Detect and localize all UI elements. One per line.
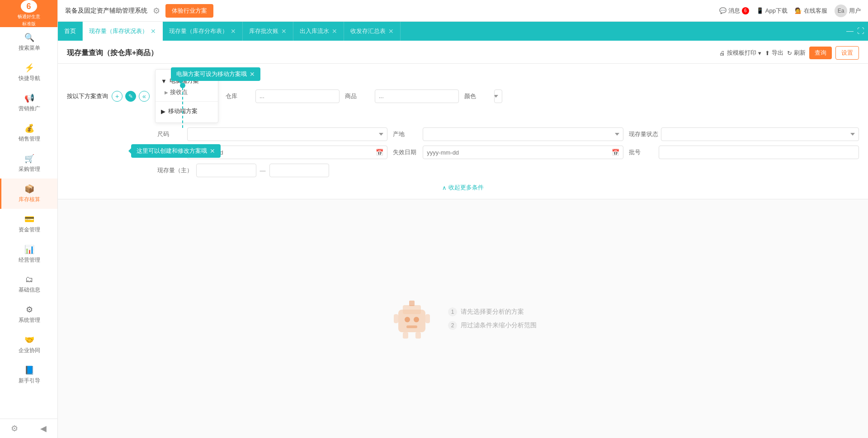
sidebar-item-finance[interactable]: 💳 资金管理 bbox=[0, 209, 57, 239]
page-title: 现存量查询（按仓库+商品） bbox=[67, 48, 158, 58]
support-btn[interactable]: 💁 在线客服 bbox=[795, 7, 827, 15]
sidebar-item-operation[interactable]: 📊 经营管理 bbox=[0, 239, 57, 269]
sidebar-collapse-btn[interactable]: ◀ bbox=[40, 424, 47, 433]
sidebar-item-inventory[interactable]: 📦 库存核算 bbox=[0, 179, 57, 209]
sidebar-item-newbie[interactable]: 📘 新手引导 bbox=[0, 360, 57, 390]
tooltip-edit-close-btn[interactable]: ✕ bbox=[210, 147, 215, 155]
tab-close-icon[interactable]: ✕ bbox=[332, 28, 337, 35]
back-scheme-btn[interactable]: « bbox=[139, 91, 150, 102]
expiry-date-wrapper: 📅 bbox=[423, 146, 623, 159]
tab-close-icon[interactable]: ✕ bbox=[231, 28, 236, 35]
size-select[interactable] bbox=[187, 127, 387, 141]
message-btn[interactable]: 💬 消息 6 bbox=[719, 7, 749, 15]
tip-num-1: 1 bbox=[448, 307, 457, 316]
print-template-btn[interactable]: 🖨 按模板打印 ▾ bbox=[719, 49, 761, 57]
warehouse-label: 仓库 bbox=[226, 92, 253, 100]
purchase-icon: 🛒 bbox=[24, 154, 34, 164]
svg-point-3 bbox=[414, 317, 419, 322]
tab-minimize-btn[interactable]: — bbox=[846, 27, 854, 35]
tab-maximize-btn[interactable]: ⛶ bbox=[857, 27, 864, 35]
stock-qty-max-input[interactable] bbox=[269, 164, 330, 177]
sidebar-menu: 🔍 搜索菜单 ⚡ 快捷导航 📢 营销推广 💰 销售管理 🛒 采购管理 📦 库存核… bbox=[0, 27, 57, 419]
empty-tips: 1 请先选择要分析的方案 2 用过滤条件来缩小分析范围 bbox=[448, 307, 537, 330]
production-date-calendar-icon[interactable]: 📅 bbox=[376, 149, 383, 156]
logo-icon: 6 bbox=[21, 0, 37, 13]
expiry-date-input[interactable] bbox=[427, 149, 609, 156]
sidebar-item-label: 资金管理 bbox=[19, 226, 40, 234]
tab-batch-account[interactable]: 库存批次账 ✕ bbox=[243, 22, 293, 41]
origin-select[interactable] bbox=[423, 127, 623, 141]
tree-arrow-icon: ▶ bbox=[165, 90, 168, 95]
tab-receive-summary-label: 收发存汇总表 bbox=[350, 27, 386, 35]
stock-status-select[interactable] bbox=[661, 127, 859, 141]
page-header: 现存量查询（按仓库+商品） 🖨 按模板打印 ▾ ⬆ 导出 ↻ 刷新 bbox=[58, 41, 868, 64]
edit-scheme-btn[interactable]: ✎ bbox=[125, 91, 136, 102]
tab-inout-flow[interactable]: 出入库流水 ✕ bbox=[293, 22, 344, 41]
empty-tip-2: 2 用过滤条件来缩小分析范围 bbox=[448, 321, 537, 330]
goods-input[interactable] bbox=[375, 89, 459, 103]
collapse-arrow-icon: ▼ bbox=[161, 78, 167, 85]
add-scheme-btn[interactable]: + bbox=[112, 91, 123, 102]
scheme-tooltip-bubble: 电脑方案可设为移动方案哦 ✕ bbox=[171, 67, 260, 81]
expiry-date-calendar-icon[interactable]: 📅 bbox=[612, 149, 619, 156]
settings-btn[interactable]: 设置 bbox=[835, 46, 859, 60]
tab-close-icon[interactable]: ✕ bbox=[281, 28, 287, 35]
tooltip-close-btn[interactable]: ✕ bbox=[250, 71, 255, 78]
filter-row1-fields: 仓库 商品 颜色 bbox=[226, 89, 859, 103]
topbar-right: 💬 消息 6 📱 App下载 💁 在线客服 Ea 用户 bbox=[719, 5, 861, 17]
sidebar-item-purchase[interactable]: 🛒 采购管理 bbox=[0, 148, 57, 179]
page-actions: 🖨 按模板打印 ▾ ⬆ 导出 ↻ 刷新 查询 设置 bbox=[719, 46, 859, 60]
sidebar-item-quicknav[interactable]: ⚡ 快捷导航 bbox=[0, 57, 57, 88]
collapse-more-btn[interactable]: ∧ 收起更多条件 bbox=[67, 182, 859, 193]
stock-qty-separator: — bbox=[260, 167, 266, 174]
stock-qty-min-input[interactable] bbox=[196, 164, 256, 177]
sidebar-item-label: 采购管理 bbox=[19, 165, 40, 173]
filter-stock-qty: 现存量（主） — bbox=[157, 164, 329, 177]
tab-receive-summary[interactable]: 收发存汇总表 ✕ bbox=[344, 22, 401, 41]
batch-no-label: 批号 bbox=[629, 148, 656, 156]
refresh-btn[interactable]: ↻ 刷新 bbox=[787, 49, 806, 57]
trial-btn[interactable]: 体验行业方案 bbox=[165, 4, 213, 18]
sidebar-settings-btn[interactable]: ⚙ bbox=[11, 424, 18, 433]
tab-home[interactable]: 首页 bbox=[58, 22, 83, 41]
goods-label: 商品 bbox=[345, 92, 372, 100]
size-label: 尺码 bbox=[157, 130, 184, 138]
scheme-tree-item-jieshoudian[interactable]: ▶ 接收点 bbox=[161, 87, 212, 98]
filter-stock-status: 现存量状态 bbox=[629, 127, 859, 141]
mobile-scheme-header[interactable]: ▶ 移动端方案 bbox=[161, 105, 212, 117]
svg-rect-4 bbox=[406, 325, 417, 328]
finance-icon: 💳 bbox=[24, 214, 34, 224]
sidebar-item-label: 库存核算 bbox=[19, 196, 40, 203]
warehouse-input[interactable] bbox=[255, 89, 340, 103]
logo-title: 畅通好生意 bbox=[18, 14, 40, 20]
tab-close-icon[interactable]: ✕ bbox=[151, 28, 156, 35]
message-label: 消息 bbox=[728, 7, 740, 15]
query-btn[interactable]: 查询 bbox=[809, 47, 832, 59]
operation-icon: 📊 bbox=[24, 245, 34, 254]
tab-close-icon[interactable]: ✕ bbox=[388, 28, 394, 35]
sidebar-item-label: 快捷导航 bbox=[19, 75, 40, 82]
user-btn[interactable]: Ea 用户 bbox=[835, 5, 861, 17]
message-badge: 6 bbox=[742, 7, 749, 14]
tab-inventory-status[interactable]: 现存量（库存状况表） ✕ bbox=[83, 22, 163, 41]
sidebar-item-basic[interactable]: 🗂 基础信息 bbox=[0, 269, 57, 299]
export-btn[interactable]: ⬆ 导出 bbox=[765, 49, 783, 57]
sidebar: 6 畅通好生意 标准版 🔍 搜索菜单 ⚡ 快捷导航 📢 营销推广 💰 销售管理 … bbox=[0, 0, 58, 438]
sidebar-item-marketing[interactable]: 📢 营销推广 bbox=[0, 88, 57, 118]
support-label: 在线客服 bbox=[804, 7, 827, 15]
app-download-btn[interactable]: 📱 App下载 bbox=[756, 7, 788, 15]
sidebar-bottom: ⚙ ◀ bbox=[0, 419, 57, 438]
tab-inventory-dist-label: 现存量（库存分布表） bbox=[169, 27, 228, 35]
user-label: 用户 bbox=[849, 7, 861, 15]
sidebar-item-system[interactable]: ⚙ 系统管理 bbox=[0, 299, 57, 330]
message-icon: 💬 bbox=[719, 7, 726, 14]
batch-no-input[interactable] bbox=[659, 146, 859, 159]
sales-icon: 💰 bbox=[24, 123, 34, 133]
tab-inventory-dist[interactable]: 现存量（库存分布表） ✕ bbox=[163, 22, 243, 41]
sidebar-item-search[interactable]: 🔍 搜索菜单 bbox=[0, 27, 57, 57]
topbar-gear-icon[interactable]: ⚙ bbox=[153, 6, 160, 16]
filter-row4: 现存量（主） — bbox=[157, 164, 859, 177]
sidebar-item-sales[interactable]: 💰 销售管理 bbox=[0, 118, 57, 148]
color-select[interactable] bbox=[494, 89, 502, 103]
sidebar-item-enterprise[interactable]: 🤝 企业协同 bbox=[0, 330, 57, 360]
